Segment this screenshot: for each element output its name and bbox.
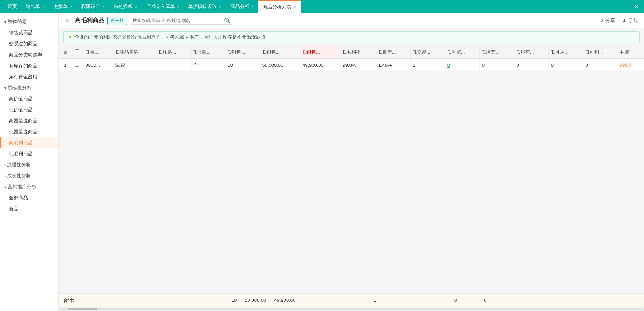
row-checkbox[interactable] — [75, 62, 79, 67]
data-table: ⚙ ⇅商... ⇅商品名称 ⇅ — [59, 46, 644, 71]
product-spec-cell — [156, 59, 191, 71]
sales2-column-header[interactable]: ⇅销售... — [260, 46, 300, 59]
top-nav: 首页 销售单 × 进货单 × 权限设置 × 角色授权 × 产成品入库单 × 单据… — [0, 0, 644, 13]
transactions-column-header[interactable]: ⇅交易... — [410, 46, 445, 59]
scroll-thumb[interactable] — [68, 308, 97, 310]
sidebar-group-contribution[interactable]: ▾ 贡献量分析 — [0, 82, 58, 93]
nav-close-permissions[interactable]: × — [102, 4, 105, 9]
select-all-checkbox[interactable] — [75, 49, 79, 54]
table-container[interactable]: ⚙ ⇅商... ⇅商品名称 ⇅ — [59, 46, 644, 293]
nav-item-analysis-list[interactable]: 商品分析列表 × — [258, 0, 300, 13]
export-button[interactable]: ⬇ 导出 — [620, 16, 640, 25]
sales3-column-header[interactable]: ⇅销售... — [300, 46, 340, 59]
search-icon[interactable]: 🔍 — [224, 18, 230, 23]
arrow-icon: ▾ — [4, 20, 6, 24]
collapse-sidebar-button[interactable]: « — [63, 16, 72, 25]
sidebar-item-high-value[interactable]: 高价值商品 — [0, 93, 58, 104]
search-box: 🔍 — [130, 17, 233, 25]
coverage-cell: 1.49% — [376, 59, 410, 71]
current-cell: 0 — [514, 59, 548, 71]
sidebar-group-growth[interactable]: › 成长性分析 — [0, 170, 58, 181]
nav-close-roles[interactable]: × — [135, 4, 137, 9]
sort-icon: ⇅ — [413, 49, 417, 55]
nav-item-roles[interactable]: 角色授权 × — [109, 0, 141, 13]
search-input[interactable] — [133, 18, 224, 23]
summary-current: 0 — [430, 297, 459, 303]
nav-close-template[interactable]: × — [219, 4, 221, 9]
sidebar-group-overall[interactable]: ▾ 整体信息 — [0, 16, 58, 27]
nav-item-template[interactable]: 单据模板设置 × — [184, 0, 226, 13]
nav-item-permissions[interactable]: 权限设置 × — [77, 0, 109, 13]
scroll-track[interactable] — [60, 308, 643, 310]
sales1-column-header[interactable]: ⇅销售... — [225, 46, 260, 59]
unit-column-header[interactable]: ⇅计量... — [191, 46, 225, 59]
sort-icon: ⇅ — [551, 49, 555, 55]
product-code-cell: 0000... — [83, 59, 113, 71]
summary-available: 0 — [459, 297, 489, 303]
sidebar-group-marketing[interactable]: ▾ 营销推广分析 — [0, 181, 58, 192]
code-column-header[interactable]: ⇅商... — [83, 46, 113, 59]
sidebar-item-new-products[interactable]: 新品 — [0, 203, 58, 214]
current-column-header[interactable]: ⇅现有... — [514, 46, 548, 59]
nav-close-product-storage[interactable]: × — [177, 4, 179, 9]
sidebar-item-stock-capital[interactable]: 库存资金占用 — [0, 71, 58, 82]
tag-column-header: 标签 — [618, 46, 644, 59]
settings-icon[interactable]: ⚙ — [63, 50, 68, 55]
sidebar-item-traded[interactable]: 交易过的商品 — [0, 38, 58, 49]
nav-item-product-storage[interactable]: 产成品入库单 × — [142, 0, 184, 13]
sidebar-item-low-margin[interactable]: 低毛利商品 — [0, 148, 58, 159]
summary-sales3: 49,900.00 — [268, 297, 298, 303]
arrow-icon: › — [4, 174, 6, 178]
footer-summary: 合计: 10 50,000.00 49,900.00 1 — [59, 293, 644, 307]
settings-column-header[interactable]: ⚙ — [59, 46, 72, 59]
nav-close-purchase[interactable]: × — [70, 4, 72, 9]
horizontal-scrollbar[interactable] — [59, 307, 644, 311]
sidebar-item-in-stock[interactable]: 有库存的商品 — [0, 60, 58, 71]
page-title: 高毛利商品 — [75, 17, 104, 25]
gross-rate-column-header[interactable]: ⇅毛利率 — [340, 46, 376, 59]
sidebar-item-low-value[interactable]: 低价值商品 — [0, 104, 58, 115]
sidebar-item-high-coverage[interactable]: 高覆盖度商品 — [0, 115, 58, 126]
sort-icon: ⇅ — [86, 49, 90, 55]
nav-close-sales[interactable]: × — [42, 4, 44, 9]
sidebar-item-sales-overview[interactable]: 销售览商品 — [0, 27, 58, 38]
close-all-button[interactable]: × — [632, 3, 641, 10]
period-button[interactable]: 近一月 — [107, 17, 127, 25]
sales3-cell: 49,900.00 — [300, 59, 340, 71]
nav-item-home[interactable]: 首页 — [3, 0, 21, 13]
browse2-column-header[interactable]: ⇅浏览... — [479, 46, 514, 59]
available-column-header[interactable]: ⇅可用... — [548, 46, 583, 59]
summary-transactions: 1 — [349, 297, 378, 303]
sort-icon: ⇅ — [115, 49, 119, 55]
table-header-row: ⚙ ⇅商... ⇅商品名称 ⇅ — [59, 46, 644, 59]
available-cell: 0 — [548, 59, 583, 71]
sort-icon: ⇅ — [586, 49, 590, 55]
sort-icon: ⇅ — [227, 49, 231, 55]
row-checkbox-cell — [72, 59, 83, 71]
coverage-column-header[interactable]: ⇅覆盖... — [376, 46, 410, 59]
transactions-cell: 1 — [410, 59, 445, 71]
sidebar-item-low-coverage[interactable]: 低覆盖度商品 — [0, 126, 58, 137]
sellable-column-header[interactable]: ⇅可销... — [583, 46, 618, 59]
tag-cell: 高收入 — [618, 59, 644, 71]
nav-item-analysis[interactable]: 商品分析 × — [226, 0, 258, 13]
sidebar-group-liquidity[interactable]: › 流通性分析 — [0, 159, 58, 170]
nav-item-sales[interactable]: 销售单 × — [21, 0, 49, 13]
share-button[interactable]: ↗ 分享 — [598, 16, 617, 25]
name-column-header[interactable]: ⇅商品名称 — [113, 46, 156, 59]
summary-cells: 10 50,000.00 49,900.00 1 0 0 — [79, 297, 640, 303]
browse1-cell: 0 — [445, 59, 479, 71]
nav-close-analysis-list[interactable]: × — [294, 5, 296, 9]
sidebar-item-all-products[interactable]: 全部商品 — [0, 192, 58, 203]
sidebar-item-category-rate[interactable]: 商品分类助购率 — [0, 49, 58, 60]
sidebar-item-high-margin[interactable]: 高毛利商品 — [0, 137, 58, 148]
nav-item-purchase[interactable]: 进货单 × — [49, 0, 76, 13]
export-icon: ⬇ — [622, 18, 626, 23]
sort-icon: ⇅ — [482, 49, 486, 55]
table-row: 1 0000... 运费 — [59, 59, 644, 71]
nav-close-analysis[interactable]: × — [252, 4, 254, 9]
spec-column-header[interactable]: ⇅规格... — [156, 46, 191, 59]
browse1-column-header[interactable]: ⇅浏览... — [445, 46, 479, 59]
sort-icon: ⇅ — [447, 49, 451, 55]
row-number: 1 — [59, 59, 72, 71]
